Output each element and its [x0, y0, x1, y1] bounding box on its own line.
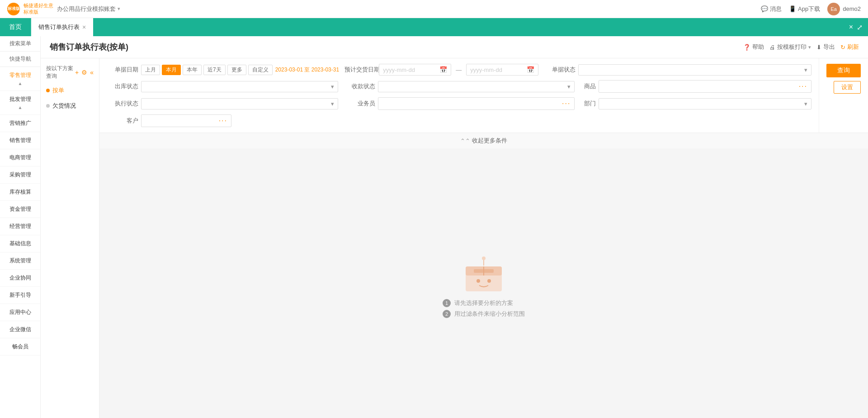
sidebar-search[interactable]: 搜索菜单 — [0, 36, 40, 52]
goods-dots-icon: ··· — [799, 82, 807, 90]
collapse-up-icon: ⌃⌃ — [460, 138, 470, 144]
sidebar-item-retail[interactable]: 零售管理 ▲ — [0, 67, 40, 91]
filter-row-4: 客户 ··· — [107, 114, 811, 127]
industry-title[interactable]: 办公用品行业模拟账套 ▾ — [57, 5, 120, 13]
member-label: 畅会员 — [12, 343, 28, 351]
exec-status-dropdown[interactable]: ▾ — [141, 98, 338, 109]
tab-bar-right: × ⤢ — [849, 23, 868, 32]
sidebar-item-enterprise[interactable]: 企业协同 — [0, 270, 40, 287]
date-last-month[interactable]: 上月 — [141, 65, 160, 75]
message-icon: 💬 — [761, 5, 768, 12]
message-button[interactable]: 💬 消息 — [761, 5, 782, 13]
wecom-label: 企业微信 — [9, 326, 31, 333]
marketing-label: 营销推广 — [9, 119, 31, 127]
exec-status-group: 执行状态 ▾ — [107, 98, 338, 109]
dept-label: 部门 — [580, 100, 596, 108]
out-status-dropdown[interactable]: ▾ — [141, 81, 338, 92]
sub-sidebar-item-credit[interactable]: 欠货情况 — [41, 98, 99, 114]
tab-home[interactable]: 首页 — [0, 18, 31, 36]
sub-sidebar-collapse-icon[interactable]: « — [90, 69, 94, 76]
date-this-year[interactable]: 本年 — [183, 65, 202, 75]
sidebar-item-basic[interactable]: 基础信息 — [0, 235, 40, 252]
export-icon: ⬇ — [816, 44, 821, 51]
collapse-bar[interactable]: ⌃⌃ 收起更多条件 — [99, 133, 868, 148]
dept-dropdown[interactable]: ▾ — [599, 98, 811, 109]
date-quick-select: 上月 本月 本年 近7天 更多 自定义 — [141, 65, 273, 75]
expected-date-start[interactable]: yyyy-mm-dd 📅 — [379, 64, 451, 76]
customer-group: 客户 ··· — [107, 114, 231, 127]
query-button[interactable]: 查询 — [826, 64, 861, 77]
business-label: 经营管理 — [9, 223, 31, 230]
settings-button[interactable]: 设置 — [834, 81, 861, 94]
sub-sidebar: 按以下方案查询 + ⚙ « 按单 欠货情况 — [41, 58, 99, 418]
cal-end-icon: 📅 — [527, 66, 534, 73]
sidebar-item-appstore[interactable]: 应用中心 — [0, 304, 40, 321]
ecommerce-label: 电商管理 — [9, 154, 31, 162]
status-dropdown[interactable]: ▾ — [578, 64, 811, 76]
retail-arrow: ▲ — [18, 81, 23, 86]
salesperson-multi-select[interactable]: ··· — [378, 97, 575, 110]
app-logo: 标准版 — [7, 3, 20, 15]
user-menu[interactable]: Ea demo2 — [827, 3, 861, 15]
filter-row-1: 单据日期 上月 本月 本年 近7天 更多 自定义 — [107, 64, 811, 76]
credit-indicator — [46, 104, 50, 108]
sub-sidebar-add-icon[interactable]: + — [75, 69, 79, 76]
sidebar: 搜索菜单 快捷导航 零售管理 ▲ 批发管理 ▲ 营销推广 销售管理 电商管理 采… — [0, 36, 41, 418]
sidebar-item-member[interactable]: 畅会员 — [0, 338, 40, 356]
sidebar-item-ecommerce[interactable]: 电商管理 — [0, 149, 40, 166]
export-button[interactable]: ⬇ 导出 — [816, 43, 835, 51]
refresh-button[interactable]: ↻ 刷新 — [840, 43, 859, 51]
expected-date-end[interactable]: yyyy-mm-dd 📅 — [466, 64, 538, 76]
help-icon: ❓ — [743, 44, 750, 51]
sidebar-item-sales[interactable]: 销售管理 — [0, 132, 40, 149]
app-download-button[interactable]: 📱 App下载 — [789, 5, 820, 13]
template-print-button[interactable]: 🖨 按模板打印 ▾ — [769, 43, 811, 51]
top-bar-left: 标准版 畅捷通好生意 标准版 办公用品行业模拟账套 ▾ — [7, 3, 120, 15]
refresh-icon: ↻ — [840, 44, 845, 51]
brand-line2: 标准版 — [24, 9, 53, 15]
payment-status-label: 收款状态 — [344, 82, 375, 90]
date-more[interactable]: 更多 — [227, 65, 246, 75]
sidebar-item-inventory[interactable]: 库存核算 — [0, 184, 40, 201]
sidebar-item-purchase[interactable]: 采购管理 — [0, 166, 40, 184]
sidebar-item-business[interactable]: 经营管理 — [0, 218, 40, 235]
content-body: 按以下方案查询 + ⚙ « 按单 欠货情况 — [41, 58, 868, 418]
customer-multi-select[interactable]: ··· — [141, 114, 231, 127]
sub-sidebar-settings-icon[interactable]: ⚙ — [81, 69, 87, 76]
sidebar-quick-nav[interactable]: 快捷导航 — [0, 52, 40, 67]
salesperson-dots-icon: ··· — [562, 100, 571, 108]
goods-multi-select[interactable]: ··· — [599, 80, 811, 93]
sidebar-item-finance[interactable]: 资金管理 — [0, 201, 40, 218]
sidebar-item-marketing[interactable]: 营销推广 — [0, 115, 40, 132]
sub-sidebar-icons: + ⚙ « — [75, 69, 94, 76]
filter-fields: 单据日期 上月 本月 本年 近7天 更多 自定义 — [99, 58, 819, 133]
tab-sales-order[interactable]: 销售订单执行表 × — [31, 18, 93, 36]
page-header: 销售订单执行表(按单) ❓ 帮助 🖨 按模板打印 ▾ ⬇ 导出 ↻ 刷新 — [41, 36, 868, 58]
sidebar-item-system[interactable]: 系统管理 — [0, 252, 40, 270]
sidebar-item-wholesale[interactable]: 批发管理 ▲ — [0, 91, 40, 115]
help-button[interactable]: ❓ 帮助 — [743, 43, 764, 51]
sub-sidebar-item-order[interactable]: 按单 — [41, 83, 99, 98]
salesperson-group: 业务员 ··· — [344, 97, 575, 110]
svg-point-4 — [476, 279, 480, 283]
date-last7[interactable]: 近7天 — [203, 65, 226, 75]
maximize-icon[interactable]: ⤢ — [857, 23, 863, 32]
date-this-month[interactable]: 本月 — [162, 65, 181, 75]
retail-label: 零售管理 — [9, 71, 31, 79]
enterprise-label: 企业协同 — [9, 274, 31, 282]
filter-row-2: 出库状态 ▾ 收款状态 — [107, 80, 811, 93]
out-status-arrow: ▾ — [331, 83, 334, 90]
svg-rect-3 — [474, 269, 494, 273]
date-custom[interactable]: 自定义 — [248, 65, 273, 75]
payment-status-arrow: ▾ — [567, 83, 571, 90]
sidebar-item-wecom[interactable]: 企业微信 — [0, 321, 40, 338]
payment-status-dropdown[interactable]: ▾ — [378, 81, 575, 92]
collapse-label: 收起更多条件 — [472, 137, 507, 145]
sidebar-item-newbie[interactable]: 新手引导 — [0, 287, 40, 304]
expected-date-group: 预计交货日期 yyyy-mm-dd 📅 — yyyy-mm-dd 📅 — [344, 64, 538, 76]
tab-close-button[interactable]: × — [82, 24, 86, 31]
brand-name: 畅捷通好生意 标准版 — [24, 3, 53, 14]
purchase-label: 采购管理 — [9, 171, 31, 179]
minimize-icon[interactable]: × — [849, 23, 853, 31]
filter-query-section: 单据日期 上月 本月 本年 近7天 更多 自定义 — [99, 58, 868, 133]
